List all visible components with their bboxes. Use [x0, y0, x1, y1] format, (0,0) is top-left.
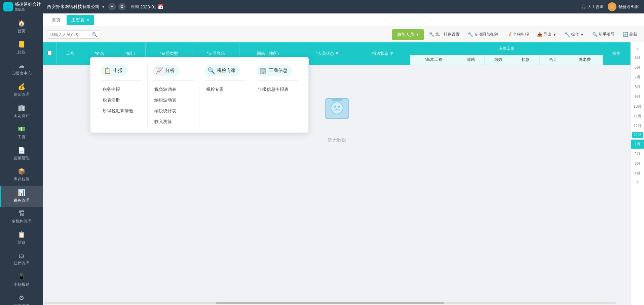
sidebar-item-ledger[interactable]: 📒 总账	[0, 37, 43, 59]
dropdown-col-analysis: 📈 分析 税负波动表 纳税波动表 纳税统计表 收入测算	[148, 63, 199, 127]
top-bar-quick-actions: + ⚙	[108, 3, 126, 10]
add-company-btn[interactable]: +	[108, 3, 116, 10]
menu-item-tax-wave[interactable]: 纳税波动表	[153, 95, 194, 106]
win-minimize-btn[interactable]: —	[604, 0, 617, 13]
toolbar: 🔍 添加人员 ▼ 🔧 统一社保设置 🔧 专项附加扣除 📝 个税申报 📤	[43, 27, 644, 42]
base-salary-header: *基本工资	[410, 55, 457, 65]
menu-item-tax-expert[interactable]: 税检专家	[205, 84, 245, 95]
menu-item-tax-annual[interactable]: 所得税汇算清缴	[101, 106, 142, 116]
win-close-btn[interactable]: ✕	[631, 0, 644, 13]
operation-btn[interactable]: 🔧 操作 ▼	[562, 30, 587, 39]
menu-item-tax-burden[interactable]: 税负波动表	[153, 84, 194, 95]
add-person-btn[interactable]: 添加人员 ▼	[392, 29, 424, 40]
sidebar-item-funds[interactable]: 💰 资金管理	[0, 80, 43, 101]
settings-btn[interactable]: ⚙	[118, 3, 126, 10]
sidebar-item-inventory[interactable]: 📦 库存核算	[0, 164, 43, 186]
social-security-icon: 🔧	[429, 32, 434, 37]
sidebar-item-tax[interactable]: 📊 税务管理	[0, 186, 43, 207]
cloud-icon: ☁	[18, 62, 25, 69]
apply-header-label: 申报	[113, 68, 123, 74]
search-box[interactable]: 🔍	[47, 30, 101, 39]
sidebar-item-salary[interactable]: 💵 工资	[0, 122, 43, 143]
refresh-label: 刷新	[629, 32, 637, 37]
sidebar-label-multi: 多机构管理	[11, 219, 32, 224]
menu-item-tax-apply[interactable]: 税务申报	[101, 84, 142, 95]
assets-icon: 🏢	[18, 104, 25, 112]
ledger-icon: 📒	[18, 41, 25, 48]
menu-item-income-calc[interactable]: 收入测算	[153, 116, 194, 127]
guide-label: 新手引导	[599, 32, 615, 37]
sidebar-item-close[interactable]: 📋 结账	[0, 228, 43, 249]
year-2023-badge[interactable]: 2023	[632, 132, 643, 138]
month-item-8[interactable]: 8月	[631, 82, 644, 91]
horizontal-scrollbar[interactable]	[43, 301, 617, 305]
guide-icon-toolbar: 🔍	[592, 32, 598, 37]
calendar-icon[interactable]: 📅	[158, 4, 163, 9]
sidebar-label-inventory: 库存核算	[13, 177, 30, 182]
scrollbar-thumb[interactable]	[216, 302, 445, 304]
sidebar-label-close: 结账	[17, 240, 26, 245]
headset-icon: 🎧	[581, 4, 586, 9]
panel-down-arrow[interactable]: ▼	[634, 179, 641, 186]
company-selector[interactable]: 西安虾米网络科技有限公司 ▼	[47, 4, 105, 10]
sidebar-item-mini[interactable]: 📱 小畅报销	[0, 270, 43, 291]
menu-item-tax-table[interactable]: 税表清册	[101, 95, 142, 106]
operation-label: 操作	[571, 32, 579, 37]
guide-btn[interactable]: 🔍 新手引导	[590, 30, 617, 39]
service-btn[interactable]: 🎧 人工咨询	[581, 4, 604, 10]
sidebar-label-ledger: 总账	[17, 49, 26, 55]
menu-item-annual-report[interactable]: 年报信息申报表	[257, 84, 298, 95]
social-security-btn[interactable]: 🔧 统一社保设置	[426, 30, 462, 39]
biz-header-bg: 🏢 工商信息	[257, 65, 292, 76]
sidebar-item-invoice[interactable]: 📄 发票管理	[0, 143, 43, 164]
performance-header: 绩效	[485, 55, 512, 65]
tab-close-icon[interactable]: ✕	[86, 18, 89, 22]
report-status-header[interactable]: 报送状态 ▼	[356, 42, 410, 65]
sidebar-item-home[interactable]: 🏠 首页	[0, 16, 43, 37]
sidebar-item-multi[interactable]: 🏗 多机构管理	[0, 207, 43, 228]
sidebar-item-assets[interactable]: 🏢 固定资产	[0, 101, 43, 122]
special-deduct-btn[interactable]: 🔧 专项附加扣除	[465, 30, 501, 39]
month-item-11[interactable]: 11月	[631, 112, 644, 121]
tab-home[interactable]: 首页	[47, 15, 65, 25]
scrollbar-track	[44, 302, 616, 304]
dropdown-header-apply: 📋 申报	[101, 63, 142, 81]
analysis-header-icon: 📈	[156, 67, 163, 74]
search-input[interactable]	[50, 32, 90, 37]
month-item-1[interactable]: 1月	[631, 140, 644, 149]
month-item-2[interactable]: 2月	[631, 149, 644, 158]
month-item-3[interactable]: 3月	[631, 159, 644, 168]
month-item-9[interactable]: 9月	[631, 92, 644, 101]
month-item-6[interactable]: 6月	[631, 63, 644, 72]
tax-apply-btn[interactable]: 📝 个税申报	[504, 30, 532, 39]
month-item-7[interactable]: 7月	[631, 73, 644, 82]
refresh-btn[interactable]: 🔄 刷新	[620, 30, 640, 39]
sidebar-item-settings[interactable]: ⚙ 基础设置	[0, 291, 43, 305]
main-layout: 🏠 首页 📒 总账 ☁ 云报表中心 💰 资金管理 🏢 固定资产 💵 工资 📄 发…	[0, 13, 644, 305]
inventory-icon: 📦	[18, 168, 25, 175]
allowance-header: 津贴	[457, 55, 485, 65]
sidebar-item-cloud[interactable]: ☁ 云报表中心	[0, 59, 43, 80]
sidebar-item-archive[interactable]: 🗂 归档管理	[0, 249, 43, 270]
dropdown-header-expert: 🔍 税检专家	[205, 63, 245, 81]
svg-point-3	[338, 106, 340, 108]
sidebar-label-mini: 小畅报销	[13, 282, 30, 288]
select-all-checkbox[interactable]	[47, 51, 52, 55]
month-item-4[interactable]: 4月	[631, 169, 644, 178]
checkbox-header[interactable]	[43, 42, 56, 65]
analysis-header-label: 分析	[165, 68, 175, 74]
operation-icon: 🔧	[565, 32, 570, 37]
month-item-5[interactable]: 5月	[631, 53, 644, 62]
analysis-header-bg: 📈 分析	[153, 65, 179, 76]
menu-item-tax-stat[interactable]: 纳税统计表	[153, 106, 194, 116]
month-item-12[interactable]: 12月	[631, 121, 644, 130]
export-btn[interactable]: 📤 导出 ▼	[534, 30, 559, 39]
win-restore-btn[interactable]: 🗗	[617, 0, 631, 13]
dropdown-header-biz: 🏢 工商信息	[257, 63, 298, 81]
biz-header-label: 工商信息	[269, 68, 288, 74]
export-label: 导出	[543, 32, 552, 37]
panel-up-arrow[interactable]: ▲	[634, 45, 641, 52]
chevron-down-icon: ▼	[102, 5, 105, 9]
month-item-10[interactable]: 10月	[631, 102, 644, 111]
tab-salary-table[interactable]: 工资表 ✕	[67, 15, 94, 25]
